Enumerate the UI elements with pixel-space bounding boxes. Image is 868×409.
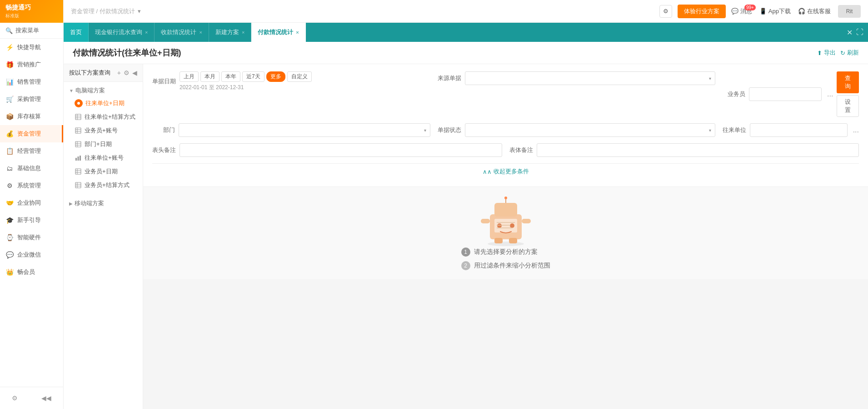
header-note-label: 表头备注 — [152, 146, 176, 154]
staff-input[interactable] — [749, 87, 822, 101]
trial-btn[interactable]: 体验行业方案 — [678, 5, 726, 18]
dept-select[interactable]: ▾ — [179, 123, 430, 137]
sidebar-item-guide[interactable]: 🎓 新手引导 — [0, 212, 63, 229]
nav-label: 营销推广 — [17, 61, 41, 69]
tip-text-1: 请先选择要分析的方案 — [474, 248, 538, 256]
svg-rect-32 — [522, 219, 531, 223]
scheme-settings-btn[interactable]: ⚙ — [124, 69, 130, 76]
svg-rect-13 — [78, 157, 79, 161]
sidebar-item-purchase[interactable]: 🛒 采购管理 — [0, 91, 63, 108]
svg-point-26 — [497, 223, 502, 228]
collapse-label: 收起更多条件 — [494, 167, 529, 176]
mobile-group-header[interactable]: ▶ 移动端方案 — [64, 197, 143, 209]
svg-rect-8 — [75, 141, 81, 147]
scheme-add-btn[interactable]: + — [117, 69, 121, 76]
date-this-month-btn[interactable]: 本月 — [200, 71, 219, 82]
guide-icon: 🎓 — [5, 216, 14, 224]
scheme-item-unit-account[interactable]: 往来单位+账号 — [64, 151, 143, 165]
sidebar-item-member[interactable]: 👑 畅会员 — [0, 263, 63, 281]
tab-bank-flow[interactable]: 现金银行流水查询 × — [89, 23, 155, 42]
export-btn[interactable]: ⬆ 导出 — [817, 49, 836, 57]
status-select[interactable]: ▾ — [465, 123, 716, 137]
tabbar: 首页 现金银行流水查询 × 收款情况统计 × 新建方案 × 付款情况统计 × ✕… — [64, 23, 868, 42]
filter-settings-btn[interactable]: 设置 — [837, 95, 859, 117]
nav-label: 库存核算 — [17, 112, 41, 121]
sidebar-item-marketing[interactable]: 🎁 营销推广 — [0, 56, 63, 73]
date-7days-btn[interactable]: 近7天 — [242, 71, 264, 82]
scheme-collapse-btn[interactable]: ◀ — [132, 69, 137, 76]
scheme-item-unit-date[interactable]: 往来单位+日期 — [64, 96, 143, 110]
body-note-input[interactable] — [537, 143, 859, 157]
tab-new-scheme[interactable]: 新建方案 × — [209, 23, 251, 42]
sidebar-settings-btn[interactable]: ⚙ — [9, 392, 20, 404]
sidebar-search[interactable]: 🔍 搜索菜单 — [0, 23, 63, 39]
staff-more-btn[interactable]: ... — [827, 90, 833, 98]
scheme-item-staff-account[interactable]: 业务员+账号 — [64, 124, 143, 137]
date-last-month-btn[interactable]: 上月 — [180, 71, 199, 82]
date-range-text: 2022-01-01 至 2022-12-31 — [180, 84, 312, 91]
query-btn[interactable]: 查询 — [837, 71, 859, 93]
sidebar-item-sales[interactable]: 📊 销售管理 — [0, 73, 63, 91]
status-field: 单据状态 ▾ — [438, 123, 716, 137]
topbar-settings-btn[interactable]: ⚙ — [659, 5, 672, 18]
sidebar-collapse-btn[interactable]: ◀◀ — [39, 392, 54, 404]
refresh-btn[interactable]: ↻ 刷新 — [840, 49, 859, 57]
svg-rect-34 — [509, 238, 517, 243]
scheme-item-label: 往来单位+结算方式 — [85, 113, 135, 121]
collapse-btn[interactable]: ∧∧ 收起更多条件 — [152, 163, 859, 179]
tab-close-all-btn[interactable]: ✕ — [847, 28, 853, 37]
scheme-item-staff-date[interactable]: 业务员+日期 — [64, 165, 143, 178]
scheme-item-staff-settle[interactable]: 业务员+结算方式 — [64, 178, 143, 192]
sidebar-item-hardware[interactable]: ⌚ 智能硬件 — [0, 229, 63, 246]
sidebar-item-operations[interactable]: 📋 经营管理 — [0, 142, 63, 160]
scheme-panel-tools: + ⚙ ◀ — [117, 69, 137, 76]
tab-home[interactable]: 首页 — [64, 23, 89, 42]
source-label: 来源单据 — [438, 74, 461, 82]
nav-label: 采购管理 — [17, 95, 41, 103]
tab-close-bank-flow[interactable]: × — [145, 30, 148, 35]
tab-payment-stats[interactable]: 付款情况统计 × — [251, 23, 305, 42]
nav-label: 基础信息 — [17, 164, 41, 172]
topbar-dropdown-icon[interactable]: ▾ — [138, 8, 141, 15]
sidebar-item-system[interactable]: ⚙ 系统管理 — [0, 177, 63, 194]
group-arrow-icon: ▶ — [69, 201, 73, 206]
scheme-item-unit-settle[interactable]: 往来单位+结算方式 — [64, 110, 143, 124]
date-this-year-btn[interactable]: 本年 — [221, 71, 240, 82]
date-more-btn[interactable]: 更多 — [266, 71, 285, 82]
sidebar-item-capital[interactable]: 💰 资金管理 — [0, 125, 63, 142]
desktop-group-header[interactable]: ▼ 电脑端方案 — [64, 85, 143, 96]
sidebar-item-cooperation[interactable]: 🤝 企业协同 — [0, 194, 63, 212]
header-note-input[interactable] — [180, 143, 502, 157]
source-select[interactable]: ▾ — [465, 71, 716, 85]
svg-rect-33 — [494, 238, 503, 243]
sidebar-item-quick-nav[interactable]: ⚡ 快捷导航 — [0, 39, 63, 56]
user-avatar[interactable]: Rit — [838, 5, 861, 18]
scheme-item-dept-date[interactable]: 部门+日期 — [64, 137, 143, 151]
sidebar-item-basic-info[interactable]: 🗂 基础信息 — [0, 160, 63, 177]
nav-label: 系统管理 — [17, 182, 41, 190]
wechat-icon: 💬 — [5, 251, 14, 259]
unit-more-btn[interactable]: ... — [853, 126, 859, 134]
tab-close-new-scheme[interactable]: × — [242, 30, 244, 35]
tab-expand-btn[interactable]: ⛶ — [856, 28, 863, 36]
sidebar-item-wechat[interactable]: 💬 企业微信 — [0, 246, 63, 263]
page-header: 付款情况统计(往来单位+日期) ⬆ 导出 ↻ 刷新 — [64, 42, 868, 64]
service-btn[interactable]: 🎧 在线客服 — [798, 7, 831, 15]
date-custom-btn[interactable]: 自定义 — [287, 71, 312, 82]
svg-rect-28 — [494, 203, 517, 217]
message-btn[interactable]: 💬 消息 99+ — [731, 7, 752, 15]
date-buttons: 上月 本月 本年 近7天 更多 自定义 — [180, 71, 312, 82]
unit-input[interactable] — [750, 123, 848, 137]
payment-stats-tab-label: 付款情况统计 — [258, 28, 293, 36]
receipt-stats-tab-label: 收款情况统计 — [161, 28, 196, 36]
tab-close-receipt-stats[interactable]: × — [199, 30, 202, 35]
tab-close-payment-stats[interactable]: × — [296, 30, 299, 35]
tab-receipt-stats[interactable]: 收款情况统计 × — [155, 23, 209, 42]
nav-label: 经营管理 — [17, 147, 41, 155]
scheme-item-label: 部门+日期 — [85, 140, 112, 148]
svg-rect-19 — [75, 182, 81, 188]
sidebar-item-inventory[interactable]: 📦 库存核算 — [0, 108, 63, 125]
app-download-btn[interactable]: 📱 App下载 — [759, 7, 791, 15]
sidebar-logo: 畅捷通巧 — [5, 4, 31, 12]
date-field: 单据日期 上月 本月 本年 近7天 更多 自定义 20 — [152, 71, 430, 91]
